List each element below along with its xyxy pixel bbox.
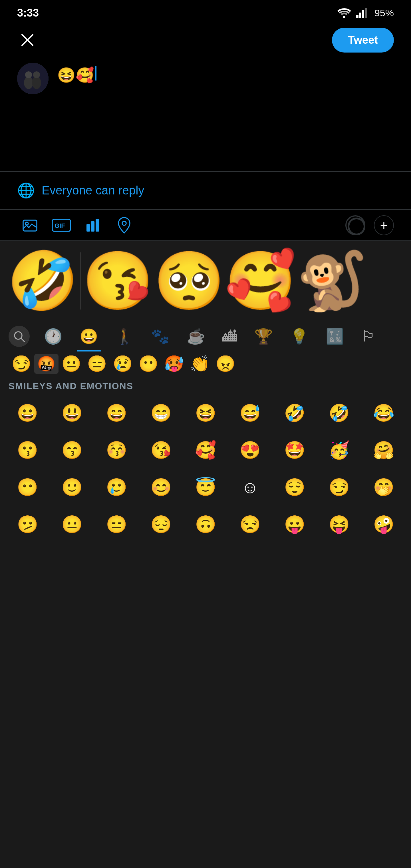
globe-icon: 🌐 bbox=[17, 182, 35, 199]
compose-area: 😆🥰 bbox=[0, 57, 411, 171]
location-button[interactable] bbox=[111, 212, 137, 238]
emoji-objects-tab[interactable]: 💡 bbox=[287, 325, 311, 348]
sticker-2[interactable]: 😘 bbox=[84, 247, 152, 315]
svg-rect-17 bbox=[91, 221, 94, 231]
emoji-beaming[interactable]: 😁 bbox=[139, 397, 183, 429]
emoji-blush[interactable]: 😊 bbox=[139, 471, 183, 503]
scroll-emoji-7[interactable]: 🥵 bbox=[161, 354, 187, 373]
toolbar: GIF + bbox=[0, 210, 411, 241]
svg-rect-4 bbox=[365, 8, 367, 18]
svg-point-10 bbox=[32, 76, 41, 89]
emoji-sticker-row: 🤣 😘 🥺 🥰 🐒 bbox=[0, 241, 411, 321]
emoji-kissing[interactable]: 😗 bbox=[6, 434, 49, 466]
svg-point-13 bbox=[25, 222, 28, 225]
wifi-icon bbox=[337, 7, 352, 18]
scroll-emoji-1[interactable]: 😏 bbox=[8, 354, 34, 373]
sticker-5[interactable]: 🐒 bbox=[298, 247, 366, 315]
close-button[interactable] bbox=[17, 30, 38, 50]
reply-text: Everyone can reply bbox=[42, 184, 145, 197]
status-bar: 3:33 95% bbox=[0, 0, 411, 23]
sticker-divider bbox=[80, 252, 81, 310]
emoji-pensive[interactable]: 😔 bbox=[139, 508, 183, 540]
emoji-food-tab[interactable]: ☕ bbox=[184, 325, 208, 348]
emoji-kissing-heart[interactable]: 😘 bbox=[139, 434, 183, 466]
emoji-sweat-smile[interactable]: 😅 bbox=[228, 397, 272, 429]
poll-button[interactable] bbox=[80, 212, 105, 238]
emoji-joy[interactable]: 😂 bbox=[362, 397, 405, 429]
emoji-relieved[interactable]: 😌 bbox=[273, 471, 316, 503]
emoji-search-button[interactable] bbox=[8, 326, 30, 347]
gif-button[interactable]: GIF bbox=[49, 212, 74, 238]
svg-point-11 bbox=[33, 71, 40, 78]
emoji-smiling-halo[interactable]: 😇 bbox=[184, 471, 227, 503]
emoji-hand-over-mouth[interactable]: 🤭 bbox=[362, 471, 405, 503]
sticker-3[interactable]: 🥺 bbox=[155, 247, 223, 315]
close-icon bbox=[20, 33, 35, 47]
sticker-1[interactable]: 🤣 bbox=[8, 247, 77, 315]
svg-point-7 bbox=[17, 63, 49, 94]
emoji-neutral[interactable]: 😐 bbox=[50, 508, 94, 540]
scroll-emoji-5[interactable]: 😢 bbox=[110, 354, 135, 373]
emoji-relaxed[interactable]: ☺️ bbox=[228, 471, 272, 503]
emoji-expressionless[interactable]: 😑 bbox=[95, 508, 138, 540]
emoji-grinning-big[interactable]: 😃 bbox=[50, 397, 94, 429]
scroll-emoji-8[interactable]: 👏 bbox=[187, 354, 213, 373]
emoji-smirk[interactable]: 😏 bbox=[317, 471, 361, 503]
tweet-input[interactable]: 😆🥰 bbox=[57, 63, 394, 165]
emoji-squinting[interactable]: 😆 bbox=[184, 397, 227, 429]
emoji-squinting-tongue[interactable]: 😝 bbox=[317, 508, 361, 540]
emoji-grinning-eyes[interactable]: 😄 bbox=[95, 397, 138, 429]
avatar-image bbox=[17, 63, 49, 94]
top-bar: Tweet bbox=[0, 23, 411, 57]
emoji-heart-eyes[interactable]: 😍 bbox=[228, 434, 272, 466]
emoji-zany[interactable]: 🤪 bbox=[362, 508, 405, 540]
scroll-emoji-6[interactable]: 😶 bbox=[135, 354, 161, 373]
emoji-kissing-closed[interactable]: 😚 bbox=[95, 434, 138, 466]
svg-point-8 bbox=[24, 76, 33, 89]
emoji-smiling-hearts[interactable]: 🥰 bbox=[184, 434, 227, 466]
cursor bbox=[95, 66, 96, 81]
emoji-smileys-tab[interactable]: 😀 bbox=[77, 325, 101, 348]
emoji-travel-tab[interactable]: 🏙 bbox=[220, 325, 240, 348]
svg-rect-1 bbox=[356, 15, 358, 18]
emoji-no-mouth[interactable]: 😶 bbox=[6, 471, 49, 503]
add-tweet-button[interactable]: + bbox=[374, 215, 394, 235]
emoji-holding-tears[interactable]: 🥲 bbox=[95, 471, 138, 503]
emoji-people-tab[interactable]: 🚶 bbox=[113, 325, 137, 348]
sticker-4[interactable]: 🥰 bbox=[226, 247, 295, 315]
svg-point-0 bbox=[343, 16, 345, 18]
emoji-face-tongue[interactable]: 😛 bbox=[273, 508, 316, 540]
emoji-grinning[interactable]: 😀 bbox=[6, 397, 49, 429]
character-count bbox=[345, 215, 365, 235]
emoji-slightly-smiling[interactable]: 🙂 bbox=[50, 471, 94, 503]
scroll-emoji-4[interactable]: 😑 bbox=[84, 354, 110, 373]
tweet-button[interactable]: Tweet bbox=[332, 28, 394, 53]
svg-text:GIF: GIF bbox=[55, 222, 65, 229]
emoji-recent-tab[interactable]: 🕐 bbox=[41, 325, 65, 348]
signal-icon bbox=[356, 7, 370, 18]
scroll-emoji-2[interactable]: 🤬 bbox=[34, 354, 59, 374]
emoji-scroll-row: 😏 🤬 😐 😑 😢 😶 🥵 👏 😠 bbox=[0, 352, 411, 375]
emoji-upside-down[interactable]: 🙃 bbox=[184, 508, 227, 540]
svg-rect-18 bbox=[96, 219, 99, 231]
emoji-partying[interactable]: 🥳 bbox=[317, 434, 361, 466]
reply-setting[interactable]: 🌐 Everyone can reply bbox=[0, 172, 411, 209]
emoji-flags-tab[interactable]: 🏳 bbox=[358, 325, 379, 348]
emoji-symbols-tab[interactable]: 🔣 bbox=[323, 325, 347, 348]
plus-icon: + bbox=[380, 219, 388, 232]
emoji-starstruck[interactable]: 🤩 bbox=[273, 434, 316, 466]
scroll-emoji-9[interactable]: 😠 bbox=[213, 354, 238, 373]
scroll-emoji-3[interactable]: 😐 bbox=[59, 354, 84, 373]
emoji-diagonal-mouth[interactable]: 🫤 bbox=[6, 508, 49, 540]
status-time: 3:33 bbox=[17, 7, 39, 19]
image-button[interactable] bbox=[17, 212, 43, 238]
emoji-unamused[interactable]: 😒 bbox=[228, 508, 272, 540]
emoji-grid-row-4: 🫤 😐 😑 😔 🙃 😒 😛 😝 🤪 bbox=[0, 506, 411, 543]
emoji-animals-tab[interactable]: 🐾 bbox=[148, 325, 172, 348]
emoji-rolling-2[interactable]: 🤣 bbox=[317, 397, 361, 429]
emoji-activities-tab[interactable]: 🏆 bbox=[251, 325, 276, 348]
emoji-hugging[interactable]: 🤗 bbox=[362, 434, 405, 466]
emoji-kissing-smiling[interactable]: 😙 bbox=[50, 434, 94, 466]
emoji-rolling[interactable]: 🤣 bbox=[273, 397, 316, 429]
svg-point-19 bbox=[122, 221, 126, 225]
